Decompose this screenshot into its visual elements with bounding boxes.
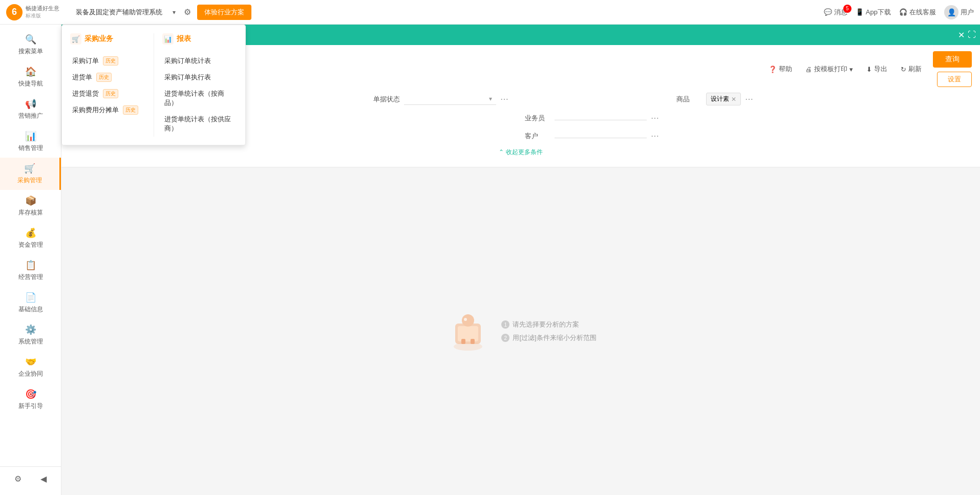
- voucher-status-arrow: ▾: [489, 95, 492, 102]
- goods-tag[interactable]: 设计素 ✕: [706, 93, 741, 105]
- system-dropdown-btn[interactable]: ▾: [171, 8, 178, 17]
- dropdown-item-report-0[interactable]: 采购订单统计表: [162, 53, 238, 69]
- dropdown-purchase-col: 🛒 采购业务 采购订单 历史 进货单 历史 进货退货 历史 采购费用分摊单 历史: [62, 29, 154, 141]
- logo-line1: 畅捷通好生意: [26, 5, 59, 12]
- message-badge: 5: [843, 5, 851, 13]
- tab-right-icons: ✕ ⛶: [958, 30, 976, 40]
- dropdown-item-purchase-order[interactable]: 采购订单 历史: [70, 53, 145, 69]
- sidebar-label-sales-mgmt: 销售管理: [18, 144, 43, 153]
- history-badge-1: 历史: [96, 73, 112, 82]
- dropdown-item-label-3: 采购费用分摊单: [72, 105, 119, 115]
- voucher-status-label: 单据状态: [373, 95, 400, 104]
- dropdown-item-report-2[interactable]: 进货单统计表（按商品）: [162, 85, 238, 111]
- empty-tip-1: 1 请先选择要分析的方案: [501, 320, 596, 329]
- dropdown-report-title: 📊 报表: [162, 33, 238, 48]
- avatar: 👤: [944, 5, 958, 19]
- app-download-btn[interactable]: 📱 App下载: [856, 8, 891, 17]
- voucher-status-dots[interactable]: ⋯: [500, 94, 508, 104]
- dropdown-item-label-0: 采购订单: [72, 56, 99, 66]
- sidebar-item-marketing[interactable]: 📢 营销推广: [0, 93, 61, 125]
- customer-select[interactable]: [555, 134, 647, 138]
- sidebar-item-search[interactable]: 🔍 搜索菜单: [0, 29, 61, 61]
- dropdown-purchase-title: 🛒 采购业务: [70, 33, 145, 48]
- salesperson-select[interactable]: [555, 116, 647, 120]
- goods-tag-text: 设计素: [711, 95, 729, 103]
- dropdown-item-return[interactable]: 进货退货 历史: [70, 85, 145, 102]
- sidebar-item-enterprise[interactable]: 🤝 企业协同: [0, 351, 61, 383]
- sidebar-item-basic-info[interactable]: 📄 基础信息: [0, 287, 61, 319]
- goods-tag-close[interactable]: ✕: [731, 96, 736, 103]
- logo-text-block: 畅捷通好生意 标准版: [26, 5, 59, 19]
- settings-filter-btn[interactable]: 设置: [937, 72, 972, 87]
- tab-expand-btn[interactable]: ⛶: [968, 30, 976, 39]
- empty-tip-2: 2 用[过滤]条件来缩小分析范围: [501, 333, 596, 342]
- sidebar-label-finance: 资金管理: [18, 241, 43, 249]
- export-btn[interactable]: ⬇ 导出: [862, 62, 891, 76]
- sidebar-label-search: 搜索菜单: [18, 47, 43, 56]
- chart-icon: 📊: [25, 131, 36, 142]
- money-icon: 💰: [25, 227, 36, 239]
- gear-icon: ⚙️: [25, 324, 36, 335]
- handshake-icon: 🤝: [25, 356, 36, 368]
- system-title: 装备及固定资产辅助管理系统: [72, 6, 166, 19]
- collapse-bar[interactable]: ⌃ 收起更多条件: [70, 144, 972, 161]
- purchase-dropdown-menu: 🛒 采购业务 采购订单 历史 进货单 历史 进货退货 历史 采购费用分摊单 历史: [61, 25, 246, 145]
- print-chevron: ▾: [849, 66, 853, 73]
- dropdown-report-label-0: 采购订单统计表: [164, 56, 211, 66]
- app-download-label: App下载: [866, 8, 891, 17]
- system-settings-btn[interactable]: ⚙: [182, 5, 193, 19]
- sidebar-item-sales-mgmt[interactable]: 📊 销售管理: [0, 125, 61, 158]
- user-btn[interactable]: 👤 用户: [944, 5, 974, 19]
- dropdown-item-report-1[interactable]: 采购订单执行表: [162, 69, 238, 85]
- query-btn[interactable]: 查询: [933, 51, 972, 68]
- goods-dots[interactable]: ⋯: [745, 94, 753, 104]
- dropdown-inner: 🛒 采购业务 采购订单 历史 进货单 历史 进货退货 历史 采购费用分摊单 历史: [62, 29, 245, 141]
- sidebar-label-ops-mgmt: 经营管理: [18, 273, 43, 282]
- voucher-status-select[interactable]: ▾: [404, 93, 496, 105]
- svg-point-4: [464, 318, 467, 321]
- sidebar-item-ops-mgmt[interactable]: 📋 经营管理: [0, 254, 61, 287]
- dropdown-item-report-3[interactable]: 进货单统计表（按供应商）: [162, 111, 238, 137]
- refresh-icon: ↻: [901, 66, 906, 73]
- search-icon: 🔍: [25, 34, 36, 45]
- sidebar-settings-btn[interactable]: ⚙: [12, 472, 24, 486]
- salesperson-dots[interactable]: ⋯: [651, 113, 659, 123]
- empty-illustration: [445, 308, 491, 354]
- customer-dots[interactable]: ⋯: [651, 131, 659, 141]
- sidebar-item-purchase-mgmt[interactable]: 🛒 采购管理: [0, 158, 61, 190]
- sidebar: 🔍 搜索菜单 🏠 快捷导航 📢 营销推广 📊 销售管理 🛒 采购管理 📦 库存核…: [0, 25, 61, 495]
- query-col: 查询 设置: [931, 51, 972, 87]
- sidebar-item-system-mgmt[interactable]: ⚙️ 系统管理: [0, 319, 61, 351]
- refresh-btn[interactable]: ↻ 刷新: [897, 62, 926, 76]
- online-service-btn[interactable]: 🎧 在线客服: [899, 8, 936, 17]
- filter-group-goods: 商品 设计素 ✕ ⋯: [676, 93, 972, 105]
- sidebar-item-new-guide[interactable]: 🎯 新手引导: [0, 383, 61, 416]
- sidebar-item-finance[interactable]: 💰 资金管理: [0, 222, 61, 254]
- message-btn[interactable]: 💬 消息 5: [824, 8, 847, 17]
- logo-line2: 标准版: [26, 12, 59, 19]
- cart-icon: 🛒: [24, 163, 35, 174]
- clipboard-icon: 📋: [25, 260, 36, 271]
- sidebar-item-quick-nav[interactable]: 🏠 快捷导航: [0, 61, 61, 93]
- empty-num-2: 2: [501, 334, 509, 342]
- tab-close-all-btn[interactable]: ✕: [958, 30, 965, 40]
- industry-btn[interactable]: 体验行业方案: [197, 5, 251, 20]
- svg-point-3: [462, 314, 474, 327]
- sidebar-label-inventory: 库存核算: [18, 208, 43, 217]
- print-btn[interactable]: 🖨 按模板打印 ▾: [801, 62, 857, 76]
- top-header: 6 畅捷通好生意 标准版 装备及固定资产辅助管理系统 ▾ ⚙ 体验行业方案 💬 …: [0, 0, 980, 25]
- target-icon: 🎯: [25, 389, 36, 400]
- help-btn[interactable]: ❓ 帮助: [764, 62, 796, 76]
- print-icon: 🖨: [805, 66, 812, 73]
- empty-tip-2-text: 用[过滤]条件来缩小分析范围: [513, 333, 596, 342]
- megaphone-icon: 📢: [25, 98, 36, 110]
- sidebar-item-inventory[interactable]: 📦 库存核算: [0, 190, 61, 222]
- svg-rect-6: [471, 339, 475, 344]
- logo-area: 6 畅捷通好生意 标准版: [6, 4, 68, 20]
- dropdown-item-expense[interactable]: 采购费用分摊单 历史: [70, 102, 145, 118]
- empty-text: 1 请先选择要分析的方案 2 用[过滤]条件来缩小分析范围: [501, 320, 596, 342]
- sidebar-collapse-btn[interactable]: ◀: [38, 472, 49, 486]
- dropdown-item-inbound[interactable]: 进货单 历史: [70, 69, 145, 85]
- sidebar-label-enterprise: 企业协同: [18, 370, 43, 378]
- phone-icon: 📱: [856, 8, 864, 16]
